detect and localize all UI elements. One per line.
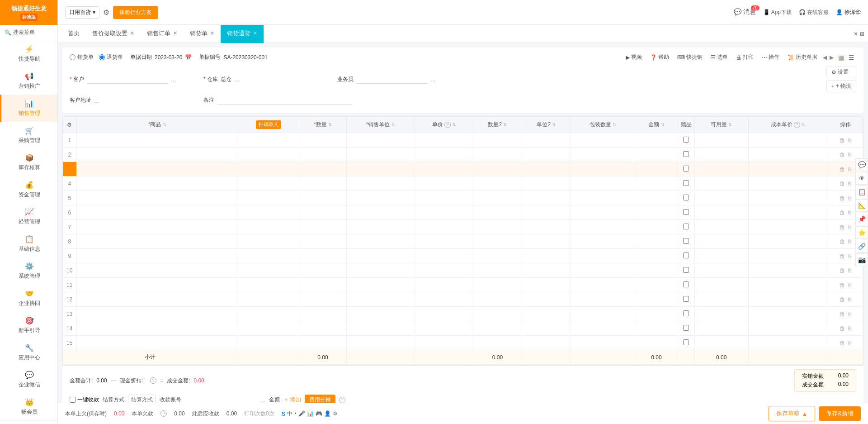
goods-input[interactable] [80, 166, 235, 172]
customer-dots[interactable]: ... [171, 76, 176, 83]
delete-row-icon[interactable]: 🗑 [840, 253, 845, 259]
one-key-pay-checkbox[interactable]: 一键收款 [70, 396, 99, 403]
row-unit2-cell[interactable] [522, 133, 571, 148]
settings-btn[interactable]: ⚙ 设置 [826, 66, 856, 78]
delete-row-icon[interactable]: 🗑 [840, 152, 845, 158]
row-unit-cell[interactable] [346, 263, 415, 278]
row-qty2-cell[interactable] [473, 148, 522, 162]
camera-icon[interactable]: 📷 [855, 253, 868, 266]
scan-btn[interactable]: 扫码录入 [256, 120, 281, 129]
user-info[interactable]: 👤 徐泽华 [836, 9, 861, 16]
tab-销货退货[interactable]: 销货退货 ✕ [221, 25, 264, 43]
row-goods-cell[interactable] [76, 307, 238, 321]
row-price-cell[interactable] [415, 162, 473, 176]
delete-row-icon[interactable]: 🗑 [840, 181, 845, 187]
save-new-btn[interactable]: 保存&新增 [819, 406, 861, 421]
message-icon[interactable]: 💬 [855, 158, 868, 171]
row-goods-cell[interactable] [76, 263, 238, 278]
copy-row-icon[interactable]: ⎘ [848, 181, 851, 187]
row-pkg-qty-cell[interactable] [571, 191, 635, 205]
row-goods-cell[interactable] [76, 321, 238, 336]
delete-row-icon[interactable]: 🗑 [840, 311, 845, 317]
row-qty-cell[interactable] [299, 220, 346, 234]
discount-help-icon[interactable]: ? [150, 377, 156, 384]
sidebar-item-guide[interactable]: 🎯 新手引导 [0, 312, 57, 339]
row-unit2-cell[interactable] [522, 234, 571, 249]
copy-row-icon[interactable]: ⎘ [848, 267, 851, 274]
tab-close-icon[interactable]: ✕ [130, 30, 134, 36]
sidebar-item-operations[interactable]: 📈 经营管理 [0, 203, 57, 230]
sidebar-item-apps[interactable]: 🔧 应用中心 [0, 339, 57, 366]
operate-btn[interactable]: ⋯ 操作 [759, 52, 782, 62]
row-pkg-qty-cell[interactable] [571, 278, 635, 292]
row-amount-cell[interactable] [635, 205, 678, 220]
sort-unit-icon[interactable]: ⇅ [392, 122, 395, 127]
sidebar-item-enterprise[interactable]: 🤝 企业协同 [0, 285, 57, 312]
row-qty2-cell[interactable] [473, 176, 522, 191]
gift-checkbox[interactable] [683, 296, 689, 302]
row-unit2-cell[interactable] [522, 336, 571, 350]
row-goods-cell[interactable] [76, 176, 238, 191]
ime-icon7[interactable]: ⚙ [333, 410, 338, 417]
row-goods-cell[interactable] [76, 133, 238, 148]
ime-icon5[interactable]: 🎮 [316, 410, 322, 417]
row-qty2-cell[interactable] [473, 263, 522, 278]
row-cost-cell[interactable] [748, 234, 828, 249]
plus-row-icon[interactable]: ＋ [66, 165, 73, 172]
row-unit-cell[interactable] [346, 220, 415, 234]
row-unit-cell[interactable] [346, 336, 415, 350]
row-amount-cell[interactable] [635, 234, 678, 249]
row-goods-cell[interactable] [76, 234, 238, 249]
sort-qty2-icon[interactable]: ⇅ [503, 122, 507, 127]
tab-close-icon[interactable]: ✕ [210, 30, 214, 36]
row-unit-cell[interactable] [346, 307, 415, 321]
row-price-cell[interactable] [415, 148, 473, 162]
row-qty-cell[interactable] [299, 176, 346, 191]
row-cost-cell[interactable] [748, 263, 828, 278]
row-qty2-cell[interactable] [473, 249, 522, 263]
row-unit-cell[interactable] [346, 191, 415, 205]
row-pkg-qty-cell[interactable] [571, 148, 635, 162]
row-amount-cell[interactable] [635, 162, 678, 176]
row-qty-cell[interactable] [299, 191, 346, 205]
row-amount-cell[interactable] [635, 321, 678, 336]
row-price-cell[interactable] [415, 191, 473, 205]
row-available-cell[interactable] [694, 263, 748, 278]
row-cost-cell[interactable] [748, 336, 828, 350]
industry-select[interactable]: 日用百货 ▾ [65, 6, 99, 19]
row-available-cell[interactable] [694, 307, 748, 321]
row-price-cell[interactable] [415, 263, 473, 278]
row-qty2-cell[interactable] [473, 321, 522, 336]
row-qty2-cell[interactable] [473, 220, 522, 234]
staff-dots[interactable]: ... [430, 76, 436, 83]
row-qty-cell[interactable] [299, 234, 346, 249]
print-btn[interactable]: 🖨 打印 [733, 52, 756, 62]
delete-row-icon[interactable]: 🗑 [840, 340, 845, 346]
delete-row-icon[interactable]: 🗑 [840, 224, 845, 230]
row-amount-cell[interactable] [635, 278, 678, 292]
row-cost-cell[interactable] [748, 191, 828, 205]
radio-sales-input[interactable] [70, 54, 75, 60]
account-dots[interactable]: ... [260, 396, 265, 403]
row-goods-cell[interactable] [76, 220, 238, 234]
row-qty2-cell[interactable] [473, 278, 522, 292]
row-unit-cell[interactable] [346, 234, 415, 249]
list-view-btn[interactable]: ☰ [847, 53, 856, 62]
row-cost-cell[interactable] [748, 220, 828, 234]
copy-row-icon[interactable]: ⎘ [848, 152, 851, 158]
nav-prev-icon[interactable]: ◀ [823, 54, 827, 61]
row-unit2-cell[interactable] [522, 176, 571, 191]
row-qty-cell[interactable] [299, 148, 346, 162]
tab-销货单[interactable]: 销货单 ✕ [184, 25, 221, 43]
row-unit-cell[interactable] [346, 278, 415, 292]
row-cost-cell[interactable] [748, 292, 828, 307]
row-qty2-cell[interactable] [473, 336, 522, 350]
app-download-link[interactable]: 📱 App下载 [763, 9, 792, 16]
radio-return-input[interactable] [99, 54, 105, 60]
select-btn[interactable]: ☰ 选单 [708, 52, 731, 62]
row-goods-cell[interactable] [76, 278, 238, 292]
tab-售价提取设置[interactable]: 售价提取设置 ✕ [86, 25, 141, 43]
row-unit-cell[interactable] [346, 162, 415, 176]
row-pkg-qty-cell[interactable] [571, 133, 635, 148]
sidebar-item-inventory[interactable]: 📦 库存核算 [0, 149, 57, 176]
